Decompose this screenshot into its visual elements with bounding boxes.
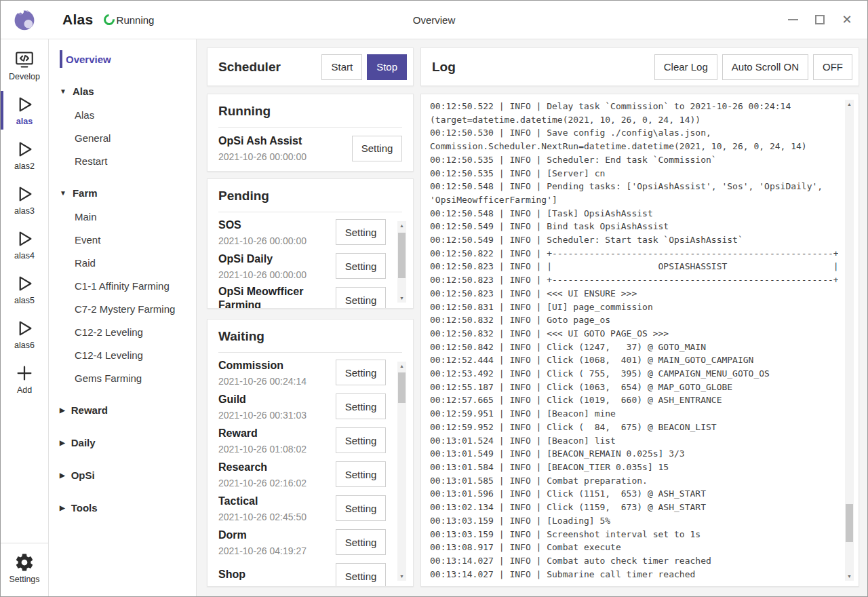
task-name: Shop [218, 568, 329, 581]
nav-group-daily[interactable]: ▶Daily [49, 430, 196, 455]
app-title: Alas [62, 12, 94, 28]
nav-item-label: Daily [71, 437, 96, 448]
scroll-thumb[interactable] [846, 504, 853, 543]
nav-group-reward[interactable]: ▶Reward [49, 398, 196, 422]
pending-scrollbar[interactable]: ▲ ▼ [397, 221, 406, 303]
setting-button[interactable]: Setting [336, 427, 386, 453]
nav-item-overview[interactable]: Overview [49, 47, 196, 71]
close-button[interactable]: ✕ [837, 10, 856, 29]
nav-item-restart[interactable]: Restart [49, 149, 196, 172]
sidebar-item-alas2[interactable]: alas2 [1, 136, 48, 174]
setting-button[interactable]: Setting [336, 360, 386, 385]
sidebar-item-alas5[interactable]: alas5 [1, 270, 48, 309]
scroll-thumb[interactable] [398, 372, 406, 403]
task-info: Reward2021-10-26 01:08:02 [218, 427, 336, 455]
task-row: Guild2021-10-26 00:31:03Setting [218, 387, 386, 421]
log-line: 00:13:01.549 | INFO | [BEACON_REMAIN 0.0… [430, 447, 838, 461]
setting-button[interactable]: Setting [336, 393, 386, 419]
nav-item-raid[interactable]: Raid [49, 251, 196, 274]
nav-group-farm[interactable]: ▼Farm [49, 180, 196, 205]
sidebar-item-alas3[interactable]: alas3 [1, 180, 48, 219]
setting-button[interactable]: Setting [336, 563, 386, 586]
scheduler-status-text: Running [117, 14, 155, 26]
sidebar-item-settings[interactable]: Settings [1, 549, 48, 588]
nav-item-c12-2-leveling[interactable]: C12-2 Leveling [49, 320, 196, 343]
nav-item-c1-1-affinity-farming[interactable]: C1-1 Affinity Farming [49, 274, 196, 297]
log-line: 00:13:14.027 | INFO | Submarine call tim… [430, 568, 838, 581]
setting-button[interactable]: Setting [352, 136, 402, 161]
log-line: 00:12:50.549 | INFO | Bind task OpsiAshA… [430, 220, 838, 233]
nav-item-label: Alas [75, 109, 94, 121]
sidebar-item-label: Develop [9, 72, 40, 81]
scroll-up-arrow[interactable]: ▲ [397, 362, 406, 370]
scroll-down-arrow[interactable]: ▼ [397, 294, 406, 303]
log-line: 'OpsiMeowfficerFarming'] [430, 193, 838, 207]
scroll-up-arrow[interactable]: ▲ [845, 100, 854, 109]
log-line: 00:12:59.952 | INFO | Click ( 84, 675) @… [430, 421, 838, 434]
setting-button[interactable]: Setting [336, 287, 386, 308]
task-row: Tactical2021-10-26 02:45:50Setting [218, 488, 386, 522]
running-spinner-icon [101, 12, 117, 28]
nav-group-alas[interactable]: ▼Alas [49, 79, 196, 103]
sidebar-item-alas6[interactable]: alas6 [1, 315, 48, 353]
nav-item-gems-farming[interactable]: Gems Farming [49, 366, 196, 389]
auto-scroll-off-button[interactable]: OFF [813, 54, 852, 80]
setting-button[interactable]: Setting [336, 495, 386, 521]
nav-item-label: Raid [75, 257, 96, 269]
nav-group-opsi[interactable]: ▶OpSi [49, 463, 196, 487]
scroll-up-arrow[interactable]: ▲ [397, 221, 406, 230]
setting-button[interactable]: Setting [336, 529, 386, 555]
task-info: Dorm2021-10-26 04:19:27 [218, 528, 336, 556]
stop-button[interactable]: Stop [367, 54, 407, 80]
sidebar-item-label: alas3 [14, 206, 35, 216]
scheduler-title: Scheduler [218, 60, 281, 75]
task-info: OpSi Meowfficer Farming [218, 285, 336, 309]
sidebar-item-alas4[interactable]: alas4 [1, 225, 48, 264]
log-line: 00:12:50.823 | INFO | <<< UI ENSURE >>> [430, 287, 838, 301]
setting-button[interactable]: Setting [336, 253, 386, 279]
clear-log-button[interactable]: Clear Log [654, 54, 717, 80]
log-scrollbar[interactable]: ▲ ▼ [845, 100, 854, 581]
nav-item-c7-2-mystery-farming[interactable]: C7-2 Mystery Farming [49, 297, 196, 320]
scroll-down-arrow[interactable]: ▼ [397, 572, 406, 581]
log-line: 00:12:50.535 | INFO | Scheduler: End tas… [430, 153, 838, 167]
waiting-scrollbar[interactable]: ▲ ▼ [397, 362, 406, 581]
log-column: Log Clear Log Auto Scroll ON OFF 00:12:5… [420, 47, 859, 587]
log-line: 00:12:59.951 | INFO | [Beacon] mine [430, 407, 838, 421]
setting-button[interactable]: Setting [336, 219, 386, 245]
task-next-run-time: 2021-10-26 02:16:02 [218, 478, 329, 488]
log-line: 00:12:50.823 | INFO | +-----------------… [430, 273, 838, 287]
scroll-thumb[interactable] [398, 233, 406, 278]
log-line: 00:13:03.159 | INFO | Screenshot interva… [430, 528, 838, 541]
nav-item-label: Gems Farming [75, 372, 142, 384]
maximize-button[interactable] [810, 10, 829, 29]
sidebar-item-develop[interactable]: Develop [1, 46, 48, 85]
nav-item-general[interactable]: General [49, 126, 196, 149]
nav-item-label: Alas [73, 85, 94, 97]
log-line: 00:13:03.159 | INFO | [Loading] 5% [430, 514, 838, 528]
scheduler-column: Scheduler Start Stop Running OpSi Ash As… [207, 47, 414, 587]
task-next-run-time: 2021-10-26 00:24:14 [218, 376, 329, 387]
nav-item-main[interactable]: Main [49, 205, 196, 228]
log-line: 00:13:01.585 | INFO | Combat preparation… [430, 474, 838, 488]
log-header-card: Log Clear Log Auto Scroll ON OFF [420, 47, 859, 86]
sidebar-item-add[interactable]: Add [1, 360, 48, 398]
nav-group-tools[interactable]: ▶Tools [49, 495, 196, 520]
play-icon [14, 184, 35, 204]
task-name: Research [218, 461, 329, 474]
nav-item-c12-4-leveling[interactable]: C12-4 Leveling [49, 343, 196, 366]
start-button[interactable]: Start [321, 54, 362, 80]
auto-scroll-on-button[interactable]: Auto Scroll ON [722, 54, 808, 80]
task-name: Reward [218, 427, 329, 440]
task-row: Dorm2021-10-26 04:19:27Setting [218, 522, 386, 556]
setting-button[interactable]: Setting [336, 461, 386, 487]
waiting-title: Waiting [218, 329, 402, 344]
scroll-down-arrow[interactable]: ▼ [845, 572, 854, 581]
sidebar-bottom: Settings [1, 543, 48, 596]
sidebar-item-alas[interactable]: alas [1, 91, 48, 130]
minimize-button[interactable] [783, 10, 802, 29]
nav-item-alas[interactable]: Alas [49, 103, 196, 126]
nav-item-event[interactable]: Event [49, 228, 196, 251]
chevron-right-icon: ▶ [60, 504, 65, 512]
task-name: SOS [218, 218, 329, 232]
